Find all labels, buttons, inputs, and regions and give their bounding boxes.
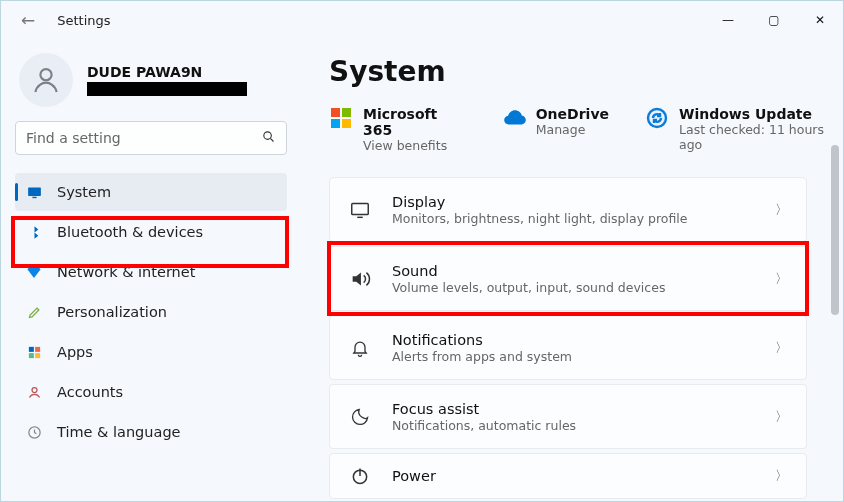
card-title: Microsoft 365	[363, 106, 466, 138]
svg-rect-15	[352, 203, 369, 214]
settings-list: Display Monitors, brightness, night ligh…	[329, 177, 837, 499]
card-m365[interactable]: Microsoft 365 View benefits	[329, 106, 466, 153]
close-button[interactable]: ✕	[797, 1, 843, 39]
item-sound[interactable]: Sound Volume levels, output, input, soun…	[329, 246, 807, 311]
svg-rect-13	[342, 119, 351, 128]
chevron-right-icon: 〉	[775, 201, 788, 219]
svg-rect-5	[35, 346, 40, 351]
item-title: Power	[392, 468, 755, 484]
item-title: Focus assist	[392, 401, 755, 417]
search-input[interactable]	[26, 130, 261, 146]
svg-rect-12	[331, 119, 340, 128]
nav-list: System Bluetooth & devices Network & int…	[15, 173, 287, 451]
svg-rect-3	[32, 196, 36, 197]
scrollbar-thumb[interactable]	[831, 145, 839, 315]
sound-icon	[348, 267, 372, 291]
main-panel: System Microsoft 365 View benefits OneDr…	[301, 39, 843, 501]
clock-icon	[25, 423, 43, 441]
nav-label: System	[57, 184, 111, 200]
avatar	[19, 53, 73, 107]
svg-point-8	[32, 387, 37, 392]
accounts-icon	[25, 383, 43, 401]
nav-label: Accounts	[57, 384, 123, 400]
nav-item-time[interactable]: Time & language	[15, 413, 287, 451]
card-sub: Manage	[536, 122, 609, 137]
svg-point-14	[648, 109, 666, 127]
svg-rect-2	[28, 187, 41, 196]
user-block[interactable]: DUDE PAWA9N	[19, 53, 287, 107]
item-title: Notifications	[392, 332, 755, 348]
card-onedrive[interactable]: OneDrive Manage	[502, 106, 609, 153]
nav-label: Time & language	[57, 424, 181, 440]
item-notifications[interactable]: Notifications Alerts from apps and syste…	[329, 315, 807, 380]
bluetooth-icon	[25, 223, 43, 241]
nav-label: Apps	[57, 344, 93, 360]
apps-icon	[25, 343, 43, 361]
svg-rect-11	[342, 108, 351, 117]
chevron-right-icon: 〉	[775, 467, 788, 485]
sidebar: DUDE PAWA9N System Bluetooth & devices N…	[1, 39, 301, 501]
title-bar: ← Settings — ▢ ✕	[1, 1, 843, 39]
card-title: Windows Update	[679, 106, 843, 122]
svg-point-0	[40, 69, 51, 80]
svg-rect-10	[331, 108, 340, 117]
maximize-button[interactable]: ▢	[751, 1, 797, 39]
item-focus[interactable]: Focus assist Notifications, automatic ru…	[329, 384, 807, 449]
svg-rect-7	[35, 353, 40, 358]
item-sub: Volume levels, output, input, sound devi…	[392, 280, 755, 295]
nav-item-bluetooth[interactable]: Bluetooth & devices	[15, 213, 287, 251]
user-email-redacted	[87, 82, 247, 96]
back-button[interactable]: ←	[15, 6, 41, 34]
window-controls: — ▢ ✕	[705, 1, 843, 39]
item-sub: Monitors, brightness, night light, displ…	[392, 211, 755, 226]
card-sub: View benefits	[363, 138, 466, 153]
chevron-right-icon: 〉	[775, 408, 788, 426]
page-title: System	[329, 55, 843, 88]
card-wu[interactable]: Windows Update Last checked: 11 hours ag…	[645, 106, 843, 153]
minimize-button[interactable]: —	[705, 1, 751, 39]
item-sub: Alerts from apps and system	[392, 349, 755, 364]
nav-item-accounts[interactable]: Accounts	[15, 373, 287, 411]
brush-icon	[25, 303, 43, 321]
item-sub: Notifications, automatic rules	[392, 418, 755, 433]
nav-item-personalization[interactable]: Personalization	[15, 293, 287, 331]
svg-rect-6	[28, 353, 33, 358]
info-cards: Microsoft 365 View benefits OneDrive Man…	[329, 106, 843, 153]
focus-icon	[348, 405, 372, 429]
nav-label: Bluetooth & devices	[57, 224, 203, 240]
card-sub: Last checked: 11 hours ago	[679, 122, 843, 152]
nav-item-system[interactable]: System	[15, 173, 287, 211]
item-power[interactable]: Power 〉	[329, 453, 807, 499]
item-title: Sound	[392, 263, 755, 279]
chevron-right-icon: 〉	[775, 339, 788, 357]
onedrive-icon	[502, 106, 526, 130]
chevron-right-icon: 〉	[775, 270, 788, 288]
display-icon	[348, 198, 372, 222]
user-name: DUDE PAWA9N	[87, 64, 247, 80]
bell-icon	[348, 336, 372, 360]
item-display[interactable]: Display Monitors, brightness, night ligh…	[329, 177, 807, 242]
card-title: OneDrive	[536, 106, 609, 122]
nav-item-apps[interactable]: Apps	[15, 333, 287, 371]
nav-label: Network & internet	[57, 264, 195, 280]
user-icon	[30, 64, 62, 96]
search-icon	[261, 129, 276, 147]
wifi-icon	[25, 263, 43, 281]
nav-item-network[interactable]: Network & internet	[15, 253, 287, 291]
app-title: Settings	[57, 13, 110, 28]
nav-label: Personalization	[57, 304, 167, 320]
search-box[interactable]	[15, 121, 287, 155]
update-icon	[645, 106, 669, 130]
svg-rect-4	[28, 346, 33, 351]
item-title: Display	[392, 194, 755, 210]
monitor-icon	[25, 183, 43, 201]
power-icon	[348, 464, 372, 488]
svg-point-1	[264, 132, 272, 140]
m365-icon	[329, 106, 353, 130]
